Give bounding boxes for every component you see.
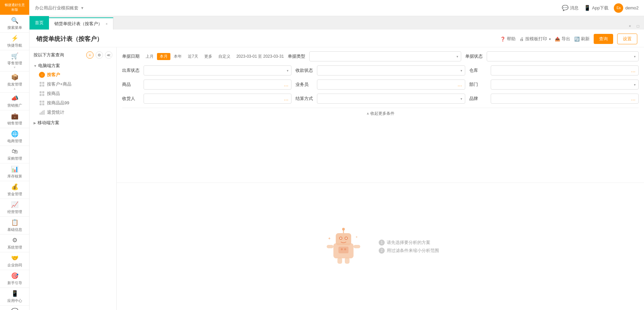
scheme-item-by-goods[interactable]: 按商品 xyxy=(30,89,116,98)
receiver-label: 收货人 xyxy=(122,96,141,102)
sidebar-item-guide[interactable]: 🎯 新手引导 xyxy=(0,270,29,288)
message-button[interactable]: 💬 消息 xyxy=(562,5,579,11)
tab-maximize-button[interactable]: □ xyxy=(635,23,641,30)
scheme-collapse-button[interactable]: ≪ xyxy=(105,51,112,59)
sidebar-item-finance[interactable]: 💰 资金管理 xyxy=(0,181,29,199)
date-last-month-btn[interactable]: 上月 xyxy=(143,53,156,60)
sidebar-search-label: 搜索菜单 xyxy=(7,25,22,30)
scheme-item-by-goods-99[interactable]: 按商品品99 xyxy=(30,98,116,108)
date-this-month-btn[interactable]: 本月 xyxy=(157,53,170,60)
sidebar-item-search[interactable]: 🔍 搜索菜单 xyxy=(0,15,29,33)
sidebar-item-retail[interactable]: 🛒 零售管理 ▼ xyxy=(0,50,29,71)
warehouse-control[interactable]: … xyxy=(491,65,639,75)
svg-rect-6 xyxy=(40,94,42,96)
tab-sales-stats[interactable]: 销货单统计表（按客户） × xyxy=(49,17,113,30)
sidebar-enterprise-label: 企业协同 xyxy=(7,263,22,268)
warehouse-dots-icon[interactable]: … xyxy=(631,68,636,73)
app-download-label: App下载 xyxy=(592,5,608,11)
sidebar-item-purchase[interactable]: 🛍 采购管理 xyxy=(0,146,29,163)
sidebar-item-wechat[interactable]: 💬 企业微信 xyxy=(0,306,29,310)
brand-control[interactable]: … xyxy=(491,94,639,104)
return-stats-icon xyxy=(39,109,45,115)
warehouse-label: 仓库 xyxy=(469,67,488,73)
sidebar-item-sales[interactable]: 💼 销售管理 xyxy=(0,110,29,128)
scheme-item-return-stats-label: 退货统计 xyxy=(47,109,64,115)
collapse-label: 收起更多条件 xyxy=(370,111,394,116)
goods-control[interactable]: … xyxy=(144,80,291,90)
scheme-header-title: 按以下方案查询 xyxy=(34,52,64,58)
export-button[interactable]: 📤 导出 xyxy=(555,36,570,42)
sidebar-item-appstore[interactable]: 📱 应用中心 xyxy=(0,288,29,306)
receiver-control[interactable]: … xyxy=(144,94,291,104)
guide-icon: 🎯 xyxy=(11,272,18,279)
scheme-item-by-customer[interactable]: ○ 按客户 xyxy=(30,70,116,80)
svg-rect-25 xyxy=(354,245,360,248)
sidebar-inventory-label: 库存核算 xyxy=(7,174,22,179)
tab-home[interactable]: 首页 xyxy=(30,16,49,30)
refresh-button[interactable]: 🔄 刷新 xyxy=(574,36,590,42)
app-download-button[interactable]: 📱 App下载 xyxy=(584,5,608,11)
doc-type-control[interactable]: ▾ xyxy=(309,51,461,61)
help-button[interactable]: ❓ 帮助 xyxy=(500,36,516,42)
department-label: 部门 xyxy=(469,82,488,88)
print-button[interactable]: 🖨 按模板打印 ▾ xyxy=(520,36,551,42)
sidebar-item-marketing[interactable]: 📣 营销推广 xyxy=(0,93,29,110)
sidebar-item-system[interactable]: ⚙ 系统管理 xyxy=(0,235,29,252)
payment-method-filter-item: 结算方式 ▾ xyxy=(296,94,465,104)
sidebar-item-operations[interactable]: 📈 经营管理 xyxy=(0,199,29,217)
date-more-btn[interactable]: 更多 xyxy=(202,53,215,60)
out-status-arrow-icon: ▾ xyxy=(287,69,288,72)
marketing-icon: 📣 xyxy=(11,95,18,102)
settings-button[interactable]: 设置 xyxy=(617,34,637,44)
sidebar-item-wholesale[interactable]: 📦 批发管理 ▲ xyxy=(0,71,29,93)
operations-icon: 📈 xyxy=(11,201,18,208)
scheme-item-return-stats[interactable]: 退货统计 xyxy=(30,108,116,117)
maximize-icon: □ xyxy=(637,24,639,29)
salesman-dots-icon[interactable]: … xyxy=(458,82,462,87)
svg-rect-12 xyxy=(40,113,41,115)
top-header: 办公用品行业模拟账套 ▾ 💬 消息 📱 App下载 Ea demo2 xyxy=(30,0,644,16)
doc-status-control[interactable]: ▾ xyxy=(487,51,639,61)
tab-bar: 首页 销货单统计表（按客户） × × □ xyxy=(30,16,644,30)
mobile-group-header[interactable]: ▶ 移动端方案 xyxy=(30,118,116,127)
date-custom-btn[interactable]: 自定义 xyxy=(216,53,233,60)
mobile-group-arrow-icon: ▶ xyxy=(34,121,36,125)
filter-row-2: 出库状态 ▾ 收款状态 ▾ xyxy=(122,65,639,75)
sidebar-item-shortcut[interactable]: ⚡ 快捷导航 xyxy=(0,33,29,50)
payment-method-control[interactable]: ▾ xyxy=(317,94,465,104)
sidebar-item-basic[interactable]: 📋 基础信息 xyxy=(0,217,29,235)
scheme-item-by-goods-label: 按商品 xyxy=(47,91,60,97)
desktop-group-header[interactable]: ▼ 电脑端方案 xyxy=(30,61,116,70)
enterprise-icon: 🤝 xyxy=(11,254,18,262)
department-control[interactable]: ▾ xyxy=(491,80,639,90)
query-button[interactable]: 查询 xyxy=(594,34,613,44)
receiver-dots-icon[interactable]: … xyxy=(284,96,288,101)
out-status-control[interactable]: ▾ xyxy=(144,65,291,75)
retail-arrow-icon: ▼ xyxy=(13,66,16,69)
print-dropdown-icon: ▾ xyxy=(549,37,551,41)
goods-dots-icon[interactable]: … xyxy=(284,82,288,87)
tab-minimize-button[interactable]: × xyxy=(627,23,633,30)
scheme-item-by-customer-goods[interactable]: 按客户+商品 xyxy=(30,80,116,89)
svg-point-23 xyxy=(342,228,345,230)
sales-icon: 💼 xyxy=(11,112,18,120)
sidebar-item-inventory[interactable]: 📊 库存核算 xyxy=(0,163,29,181)
scheme-add-button[interactable]: + xyxy=(86,51,94,59)
payment-status-control[interactable]: ▾ xyxy=(317,65,465,75)
collapse-bar[interactable]: ∧ 收起更多条件 xyxy=(122,108,639,119)
sidebar-item-ecommerce[interactable]: 🌐 电商管理 xyxy=(0,128,29,146)
scheme-settings-button[interactable]: ⚙ xyxy=(96,51,103,59)
svg-point-29 xyxy=(341,248,343,250)
tab-close-button[interactable]: × xyxy=(106,22,108,26)
svg-rect-28 xyxy=(338,247,348,253)
svg-rect-10 xyxy=(40,103,42,105)
user-profile-button[interactable]: Ea demo2 xyxy=(614,3,639,13)
ecommerce-icon: 🌐 xyxy=(11,130,18,138)
brand-dots-icon[interactable]: … xyxy=(631,96,636,101)
industry-dropdown-icon[interactable]: ▾ xyxy=(81,5,84,10)
date-7days-btn[interactable]: 近7天 xyxy=(185,53,201,60)
sidebar-item-enterprise[interactable]: 🤝 企业协同 xyxy=(0,252,29,270)
date-this-year-btn[interactable]: 本年 xyxy=(171,53,184,60)
sidebar-system-label: 系统管理 xyxy=(7,245,22,250)
salesman-control[interactable]: … xyxy=(317,80,465,90)
